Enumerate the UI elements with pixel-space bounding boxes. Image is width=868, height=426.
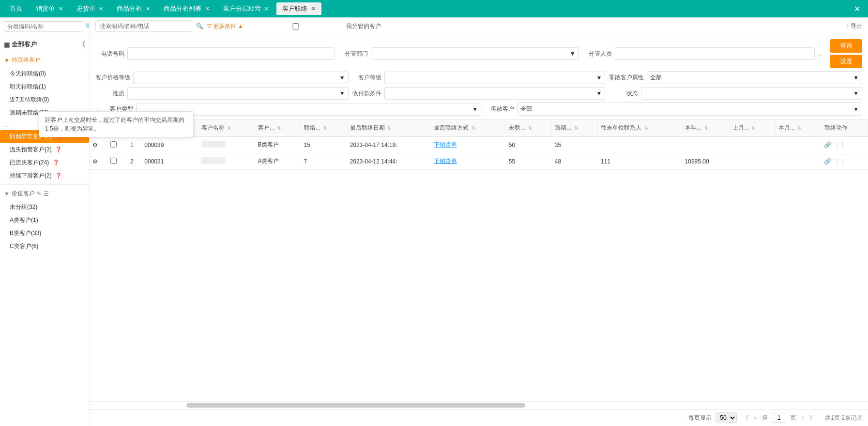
customer-level-select[interactable]: ▼ (384, 72, 606, 84)
row1-last-contact-date: 2023-04-17 14:19: (347, 136, 431, 153)
row2-this-year: 10995.00 (682, 153, 730, 170)
my-customers-checkbox[interactable] (247, 23, 344, 29)
first-page-btn[interactable]: 《 (741, 413, 750, 423)
gender-chev: ▼ (339, 90, 345, 97)
retail-customer-label: 零散客户 (485, 105, 514, 113)
col-this-month[interactable]: 本月... ⇅ (775, 120, 821, 136)
gender-select[interactable]: ▼ (127, 87, 349, 100)
row2-type: A类客户 (255, 153, 301, 170)
row1-name (198, 136, 255, 153)
col-last-month[interactable]: 上月... ⇅ (729, 120, 775, 136)
per-page-label: 每页显示 (688, 414, 712, 422)
edit-icon[interactable]: ✎ (37, 191, 42, 197)
col-unpaid[interactable]: 未联... ⇅ (506, 120, 552, 136)
manager-input[interactable] (615, 47, 815, 60)
phone-label: 电话号码 (95, 50, 124, 58)
row1-overdue: 35 (552, 136, 598, 153)
sidebar-item-c-class[interactable]: C类客户(6) (0, 240, 89, 253)
sidebar-search-input[interactable] (4, 21, 83, 32)
payment-select[interactable]: ▼ (384, 87, 606, 100)
sidebar-item-ungroup[interactable]: 未分组(32) (0, 201, 89, 214)
settings-icon2[interactable]: ☰ (44, 191, 49, 197)
manager-dots-btn[interactable]: ... (818, 50, 822, 57)
close-customer-contact-tab[interactable]: ✕ (311, 6, 316, 12)
retail-attr-label: 零散客户属性 (609, 73, 644, 82)
filter-cell-customer-level: 客户等级 ▼ (352, 72, 606, 84)
col-action: 联络动作 (821, 120, 868, 136)
sidebar-item-today[interactable]: 今天待联络(0) (0, 67, 89, 80)
status-select[interactable]: ▼ (641, 87, 862, 100)
tab-sales[interactable]: 销货单 ✕ (30, 2, 69, 15)
close-all-tabs[interactable]: ✕ (850, 4, 864, 14)
tab-analysis[interactable]: 商品分析 ✕ (111, 2, 156, 15)
sidebar-item-loss-risk[interactable]: 流失预警客户(3) ❓ (0, 143, 89, 156)
top-nav: 首页 销货单 ✕ 进货单 ✕ 商品分析 ✕ 商品分析列表 ✕ 客户分层经营 ✕ … (0, 0, 868, 17)
close-purchase-tab[interactable]: ✕ (99, 6, 103, 12)
row1-grid-icon[interactable]: ⋮⋮ (834, 142, 846, 148)
total-info: 共1页 2条记录 (825, 414, 862, 422)
row1-link-icon[interactable]: 🔗 (824, 142, 831, 148)
value-customer-title[interactable]: ▼ 价值客户 ✎ ☰ (0, 187, 89, 201)
close-analysis-tab[interactable]: ✕ (146, 6, 150, 12)
search-input[interactable] (95, 20, 192, 32)
department-select[interactable]: ▼ (371, 47, 579, 60)
customer-level-label: 客户等级 (352, 73, 381, 82)
more-conditions-btn[interactable]: ▽ 更多条件 ▲ (207, 22, 244, 30)
col-last-contact-method[interactable]: 最后联络方式 ⇅ (431, 120, 506, 136)
retail-attr-select[interactable]: 全部 ▼ (647, 71, 862, 84)
sidebar-item-tomorrow[interactable]: 明天待联络(1) (0, 80, 89, 93)
settings-button[interactable]: 设置 (830, 55, 862, 68)
export-button[interactable]: ↑ 导出 (846, 22, 862, 30)
row2-grid-icon[interactable]: ⋮⋮ (834, 158, 846, 165)
close-analysis-list-tab[interactable]: ✕ (205, 6, 210, 12)
sidebar-item-a-class[interactable]: A类客户(1) (0, 214, 89, 227)
col-last-contact-date[interactable]: 最后联络日期 ⇅ (347, 120, 431, 136)
tab-purchase[interactable]: 进货单 ✕ (71, 2, 109, 15)
horizontal-scrollbar[interactable] (90, 401, 868, 409)
tab-home[interactable]: 首页 (4, 2, 28, 15)
phone-input[interactable] (127, 47, 335, 60)
sidebar-item-declining[interactable]: 持续下滑客户(2) ❓ (0, 169, 89, 182)
row1-select-checkbox[interactable] (110, 141, 117, 147)
sidebar-item-7days[interactable]: 近7天待联络(0) (0, 93, 89, 106)
search-button[interactable]: 🔍 (196, 23, 203, 29)
per-page-select[interactable]: 50 (716, 412, 737, 423)
row1-unit-contact (598, 136, 682, 153)
sort-unit-icon: ⇅ (644, 125, 648, 131)
collapse-sidebar-icon[interactable]: 《 (79, 40, 85, 49)
col-this-year[interactable]: 本年... ⇅ (682, 120, 730, 136)
close-sales-tab[interactable]: ✕ (59, 6, 63, 12)
tab-customer-tier[interactable]: 客户分层经营 ✕ (217, 2, 275, 15)
row2-gear[interactable]: ⚙ (90, 153, 107, 170)
tab-customer-contact[interactable]: 客户联络 ✕ (276, 2, 321, 15)
col-contact[interactable]: 联络... ⇅ (301, 120, 347, 136)
last-page-btn[interactable]: 》 (807, 413, 817, 423)
price-level-select[interactable]: ▼ (133, 72, 349, 84)
pending-contact-title[interactable]: ▼ 待联络客户 (0, 53, 89, 67)
sidebar-item-already-lost[interactable]: 已流失客户(24) ❓ (0, 156, 89, 169)
scroll-thumb[interactable] (186, 403, 525, 408)
sidebar-search-icon[interactable]: 🔍 (85, 23, 90, 30)
page-number-input[interactable] (772, 413, 786, 423)
query-button[interactable]: 查询 (830, 39, 862, 53)
col-name[interactable]: 客户名称 ⇅ (198, 120, 255, 136)
col-type[interactable]: 客户... ⇅ (255, 120, 301, 136)
row2-last-contact-method[interactable]: 下销货单 (431, 153, 506, 170)
row1-last-month (729, 136, 775, 153)
status-label: 状态 (609, 89, 638, 98)
sort-contact-icon: ⇅ (323, 125, 327, 131)
close-customer-tier-tab[interactable]: ✕ (264, 6, 269, 12)
col-overdue[interactable]: 逾期... ⇅ (552, 120, 598, 136)
sidebar-item-b-class[interactable]: B类客户(33) (0, 227, 89, 240)
tab-analysis-list[interactable]: 商品分析列表 ✕ (158, 2, 215, 15)
retail-customer-select[interactable]: 全部 ▼ (517, 103, 862, 116)
col-unit-contact[interactable]: 往来单位联系人 ⇅ (598, 120, 682, 136)
row1-last-contact-method[interactable]: 下销货单 (431, 136, 506, 153)
row2-link-icon[interactable]: 🔗 (824, 158, 831, 165)
sidebar-all-customers-header: ▦ 全部客户 《 (0, 36, 89, 53)
next-page-btn[interactable]: › (800, 413, 806, 422)
row2-select-checkbox[interactable] (110, 158, 117, 164)
table-row: ⚙ 1 000039 B类客户 15 2023-04-17 14:19: 下销货… (90, 136, 868, 153)
prev-page-btn[interactable]: ‹ (752, 413, 758, 422)
row1-gear[interactable]: ⚙ (90, 136, 107, 153)
